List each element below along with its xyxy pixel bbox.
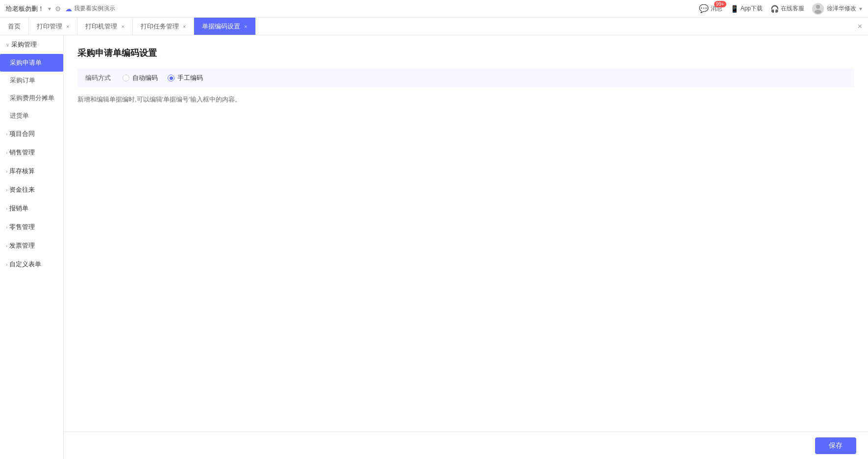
auto-code-radio[interactable] [123,75,129,81]
sidebar-group-inventory-header[interactable]: › 库存核算 [0,162,63,180]
sidebar-group-returns-label: 报销单 [9,204,28,213]
avatar [812,3,824,15]
content-body: 采购申请单编码设置 编码方式 自动编码 手工编码 新增和编辑单据编时,可以编辑'… [64,35,868,432]
manual-code-radio[interactable] [168,75,174,81]
sidebar-group-finance: › 资金往来 [0,180,63,199]
message-icon: 💬 [699,4,709,13]
tab-barcode-setting-label: 单据编码设置 [202,22,240,31]
demo-text[interactable]: 我要看实例演示 [74,4,115,13]
brand-dropdown-icon[interactable]: ▾ [48,5,51,12]
settings-icon[interactable]: ⚙ [55,5,61,13]
sidebar-group-finance-header[interactable]: › 资金往来 [0,180,63,199]
sidebar-item-purchase-inbound-label: 进货单 [10,112,29,119]
description-text: 新增和编辑单据编时,可以编辑'单据编号'输入框中的内容。 [77,95,854,104]
sidebar-item-purchase-expense-label: 采购费用分摊单 [10,94,54,102]
custom-forms-arrow-icon: › [6,262,7,267]
app-icon: 📱 [730,5,739,13]
retail-arrow-icon: › [6,225,7,230]
sidebar-group-custom-forms-header[interactable]: › 自定义表单 [0,255,63,274]
tab-printer-mgmt[interactable]: 打印机管理 × [77,18,132,35]
auto-code-option[interactable]: 自动编码 [123,74,158,82]
returns-arrow-icon: › [6,206,7,211]
coding-method-label: 编码方式 [85,74,111,82]
tab-print-mgmt[interactable]: 打印管理 × [29,18,77,35]
auto-code-label: 自动编码 [132,74,158,82]
sidebar-group-invoice-label: 发票管理 [9,241,35,250]
service-icon: 🎧 [770,5,779,13]
cloud-icon: ☁ [65,5,72,13]
sidebar-item-purchase-expense[interactable]: 采购费用分摊单 [0,89,63,107]
tab-barcode-setting-close[interactable]: × [244,24,247,29]
sidebar-group-custom-forms-label: 自定义表单 [9,260,41,269]
content-footer: 保存 [64,432,868,459]
tab-print-task-label: 打印任务管理 [141,22,179,31]
tab-home-label: 首页 [8,22,21,31]
sidebar-group-finance-label: 资金往来 [9,185,35,194]
tab-bar-global-close[interactable]: × [852,18,868,35]
svg-point-1 [815,10,821,14]
sidebar-item-purchase-order-label: 采购申请单 [10,59,42,66]
user-name: 徐泽华修改 [827,4,856,13]
finance-arrow-icon: › [6,187,7,193]
tab-bar: 首页 打印管理 × 打印机管理 × 打印任务管理 × 单据编码设置 × × [0,18,868,35]
manual-code-label: 手工编码 [177,74,203,82]
sidebar-group-custom-forms: › 自定义表单 [0,255,63,274]
sidebar-item-purchase-bill[interactable]: 采购订单 [0,72,63,89]
sidebar-group-returns-header[interactable]: › 报销单 [0,199,63,218]
invoice-arrow-icon: › [6,243,7,249]
sidebar-group-purchase: ∨ 采购管理 采购申请单 采购订单 采购费用分摊单 进货单 [0,35,63,125]
appdown-button[interactable]: 📱 App下载 [730,4,763,13]
sidebar-item-purchase-order[interactable]: 采购申请单 [0,54,63,72]
main-layout: ∨ 采购管理 采购申请单 采购订单 采购费用分摊单 进货单 › 项目合同 [0,35,868,459]
sidebar-item-purchase-inbound[interactable]: 进货单 [0,107,63,125]
sidebar-group-returns: › 报销单 [0,199,63,218]
page-title: 采购申请单编码设置 [77,47,854,59]
sidebar-item-purchase-bill-label: 采购订单 [10,76,35,84]
top-bar-right: 💬 消息 99+ 📱 App下载 🎧 在线客服 徐泽华修改 ▾ [699,3,862,15]
inventory-arrow-icon: › [6,169,7,174]
project-arrow-icon: › [6,131,7,137]
sidebar-group-inventory-label: 库存核算 [9,167,35,176]
sidebar-group-retail: › 零售管理 [0,218,63,236]
demo-area: ☁ 我要看实例演示 [65,4,115,13]
tab-barcode-setting[interactable]: 单据编码设置 × [194,18,255,35]
sidebar-group-invoice: › 发票管理 [0,236,63,255]
user-dropdown-icon[interactable]: ▾ [859,5,862,12]
sidebar-group-retail-label: 零售管理 [9,223,35,231]
coding-method-row: 编码方式 自动编码 手工编码 [77,69,854,87]
purchase-arrow-icon: ∨ [6,42,9,48]
sidebar-group-sales: › 销售管理 [0,143,63,162]
sidebar-group-inventory: › 库存核算 [0,162,63,180]
tab-print-task[interactable]: 打印任务管理 × [133,18,194,35]
svg-point-0 [816,5,820,9]
sidebar-group-retail-header[interactable]: › 零售管理 [0,218,63,236]
brand-text: 给老板勿删！ [6,4,44,13]
service-label: 在线客服 [781,4,804,13]
sidebar-group-project-header[interactable]: › 项目合同 [0,125,63,143]
sidebar-group-purchase-label: 采购管理 [11,40,37,49]
message-button[interactable]: 💬 消息 99+ [699,4,722,13]
sidebar: ∨ 采购管理 采购申请单 采购订单 采购费用分摊单 进货单 › 项目合同 [0,35,64,459]
save-button[interactable]: 保存 [815,437,856,454]
tab-print-task-close[interactable]: × [183,24,186,29]
sales-arrow-icon: › [6,150,7,155]
sidebar-group-purchase-header[interactable]: ∨ 采购管理 [0,35,63,54]
radio-group: 自动编码 手工编码 [123,74,203,82]
tab-home[interactable]: 首页 [0,18,29,35]
user-info[interactable]: 徐泽华修改 ▾ [812,3,862,15]
message-badge: 99+ [714,1,726,7]
appdown-label: App下载 [741,4,763,13]
sidebar-group-sales-header[interactable]: › 销售管理 [0,143,63,162]
sidebar-group-project-label: 项目合同 [9,129,35,138]
tab-print-mgmt-label: 打印管理 [37,22,62,31]
tab-printer-mgmt-close[interactable]: × [121,24,124,29]
top-bar: 给老板勿删！ ▾ ⚙ ☁ 我要看实例演示 💬 消息 99+ 📱 App下载 🎧 … [0,0,868,18]
sidebar-group-project: › 项目合同 [0,125,63,143]
manual-code-option[interactable]: 手工编码 [168,74,203,82]
sidebar-group-sales-label: 销售管理 [9,148,35,157]
tab-printer-mgmt-label: 打印机管理 [85,22,117,31]
top-bar-left: 给老板勿删！ ▾ ⚙ ☁ 我要看实例演示 [6,4,115,13]
tab-print-mgmt-close[interactable]: × [66,24,69,29]
service-button[interactable]: 🎧 在线客服 [770,4,804,13]
sidebar-group-invoice-header[interactable]: › 发票管理 [0,236,63,255]
